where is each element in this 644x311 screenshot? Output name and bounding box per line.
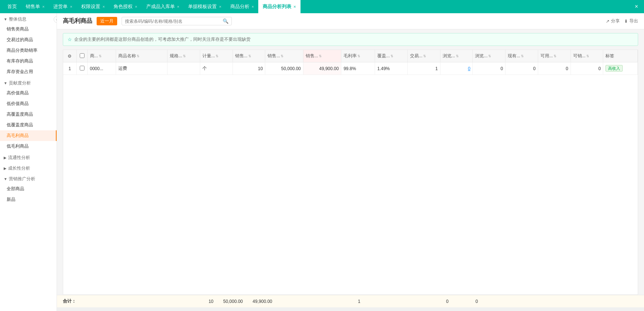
search-icon[interactable]: 🔍 xyxy=(223,18,229,24)
col-transaction[interactable]: 交易...⇅ xyxy=(407,50,440,62)
sidebar-item-sales-goods[interactable]: 销售类商品 xyxy=(0,24,57,35)
sidebar-group-circulation[interactable]: ▶ 流通性分析 xyxy=(0,152,57,162)
sidebar-group-marketing[interactable]: ▼ 营销推广分析 xyxy=(0,173,57,184)
sort-icon-transaction: ⇅ xyxy=(423,54,426,58)
col-sales-amount[interactable]: 销售...⇅ xyxy=(265,50,303,62)
nav-sales[interactable]: 销售单 × xyxy=(21,0,49,13)
growth-arrow-icon: ▶ xyxy=(4,166,7,170)
row-stock-available: 0 xyxy=(538,62,571,75)
export-button[interactable]: ⬇ 导出 xyxy=(624,18,638,24)
sidebar-item-category-rate[interactable]: 商品分类助销率 xyxy=(0,45,57,56)
row-gross-margin: 99.8% xyxy=(341,62,375,75)
horizontal-scrollbar[interactable] xyxy=(57,307,644,311)
sidebar-item-high-value[interactable]: 高价值商品 xyxy=(0,88,57,98)
nav-home[interactable]: 首页 xyxy=(3,0,21,13)
sidebar-item-low-margin[interactable]: 低毛利商品 xyxy=(0,141,57,152)
marketing-arrow-icon: ▼ xyxy=(4,177,7,181)
close-product-analysis-list-tab[interactable]: × xyxy=(294,4,296,9)
main-container: « ▼ 整体信息 销售类商品 交易过的商品 商品分类助销率 有库存的商品 库存资… xyxy=(0,13,644,311)
sidebar-item-low-coverage[interactable]: 低覆盖度商品 xyxy=(0,120,57,130)
sidebar-item-high-margin[interactable]: 高毛利商品 xyxy=(0,130,57,141)
footer-qty-val: 10 xyxy=(194,299,216,304)
data-table: ⚙ 商...⇅ 商品名称⇅ 规格...⇅ 计量...⇅ 销售...⇅ 销售...… xyxy=(63,50,638,75)
close-role-tab[interactable]: × xyxy=(135,4,137,9)
nav-purchase[interactable]: 进货单 × xyxy=(49,0,76,13)
search-box: 🔍 xyxy=(122,17,232,25)
share-icon: ↗ xyxy=(606,19,609,24)
share-button[interactable]: ↗ 分享 xyxy=(606,18,620,24)
table-header-row: ⚙ 商...⇅ 商品名称⇅ 规格...⇅ 计量...⇅ 销售...⇅ 销售...… xyxy=(63,50,638,62)
close-sales-tab[interactable]: × xyxy=(42,4,44,9)
footer-browse1-val xyxy=(363,299,392,304)
col-browse1[interactable]: 浏览...⇅ xyxy=(440,50,473,62)
select-all-checkbox[interactable] xyxy=(80,53,84,58)
col-spec[interactable]: 规格...⇅ xyxy=(168,50,200,62)
close-template-tab[interactable]: × xyxy=(219,4,221,9)
nav-template[interactable]: 单据模板设置 × xyxy=(184,0,226,13)
sidebar-item-all-goods[interactable]: 全部商品 xyxy=(0,184,57,194)
col-coverage[interactable]: 覆盖...⇅ xyxy=(375,50,408,62)
contribution-arrow-icon: ▼ xyxy=(4,81,7,85)
row-unit: 个 xyxy=(200,62,233,75)
row-browse1[interactable]: 0 xyxy=(440,62,473,75)
sidebar-item-traded-goods[interactable]: 交易过的商品 xyxy=(0,35,57,45)
sort-icon-spec: ⇅ xyxy=(183,54,186,58)
filter-button[interactable]: 近一月 xyxy=(97,17,117,25)
col-sales-profit[interactable]: 销售...⇅ xyxy=(303,50,341,62)
sidebar-item-low-value[interactable]: 低价值商品 xyxy=(0,98,57,109)
sidebar-group-growth[interactable]: ▶ 成长性分析 xyxy=(0,162,57,173)
nav-product-analysis[interactable]: 商品分析 × xyxy=(226,0,258,13)
nav-product-analysis-list[interactable]: 商品分析列表 × xyxy=(258,0,300,13)
col-name[interactable]: 商品名称⇅ xyxy=(116,50,167,62)
nav-permission[interactable]: 权限设置 × xyxy=(77,0,109,13)
col-code[interactable]: 商...⇅ xyxy=(87,50,116,62)
close-product-analysis-tab[interactable]: × xyxy=(252,4,254,9)
row-transaction: 1 xyxy=(407,62,440,75)
col-settings[interactable]: ⚙ xyxy=(63,50,76,62)
data-table-container[interactable]: ⚙ 商...⇅ 商品名称⇅ 规格...⇅ 计量...⇅ 销售...⇅ 销售...… xyxy=(63,50,638,295)
footer-label: 合计： xyxy=(63,298,76,304)
col-gross-margin[interactable]: 毛利率⇅ xyxy=(341,50,375,62)
sidebar-item-high-coverage[interactable]: 高覆盖度商品 xyxy=(0,109,57,120)
col-unit[interactable]: 计量...⇅ xyxy=(200,50,233,62)
nav-product-inbound[interactable]: 产成品入库单 × xyxy=(142,0,184,13)
header-actions: ↗ 分享 ⬇ 导出 xyxy=(606,18,638,24)
row-checkbox-cell[interactable] xyxy=(76,62,87,75)
col-checkbox[interactable] xyxy=(76,50,87,62)
sidebar-item-new-goods[interactable]: 新品 xyxy=(0,194,57,205)
info-banner: ☆ 企业的主要的利润都是这部分商品创造的，可考虑加大推广，同时关注库存是不要出现… xyxy=(63,33,638,46)
sidebar-group-overall[interactable]: ▼ 整体信息 xyxy=(0,13,57,24)
row-sales-profit: 49,900.00 xyxy=(303,62,341,75)
row-spec xyxy=(168,62,200,75)
sort-icon-sales-profit: ⇅ xyxy=(319,54,322,58)
close-permission-tab[interactable]: × xyxy=(102,4,105,9)
sidebar-item-instock-goods[interactable]: 有库存的商品 xyxy=(0,56,57,66)
top-navigation: 首页 销售单 × 进货单 × 权限设置 × 角色授权 × 产成品入库单 × 单据… xyxy=(0,0,644,13)
col-stock-saleable[interactable]: 可销...⇅ xyxy=(571,50,603,62)
nav-role[interactable]: 角色授权 × xyxy=(109,0,141,13)
page-title: 高毛利商品 xyxy=(63,17,92,25)
footer-stock-current-val: 0 xyxy=(421,299,451,304)
row-name: 运费 xyxy=(116,62,167,75)
sidebar-item-stock-capital[interactable]: 库存资金占用 xyxy=(0,66,57,77)
window-close-btn[interactable]: × xyxy=(632,3,641,10)
close-product-inbound-tab[interactable]: × xyxy=(177,4,179,9)
sort-icon-unit: ⇅ xyxy=(216,54,219,58)
row-checkbox[interactable] xyxy=(80,66,84,70)
overall-arrow-icon: ▼ xyxy=(4,17,7,21)
sidebar-group-contribution[interactable]: ▼ 贡献度分析 xyxy=(0,77,57,88)
col-sales-qty[interactable]: 销售...⇅ xyxy=(233,50,265,62)
footer-sales-qty xyxy=(83,299,194,304)
row-sales-qty: 10 xyxy=(233,62,265,75)
search-input[interactable] xyxy=(125,19,221,24)
sort-icon-sales-qty: ⇅ xyxy=(248,54,251,58)
sort-icon-stock-current: ⇅ xyxy=(521,54,524,58)
col-browse2[interactable]: 浏览...⇅ xyxy=(473,50,506,62)
col-tag[interactable]: 标签 xyxy=(603,50,638,62)
info-icon: ☆ xyxy=(68,37,72,42)
row-tag: 高收入 xyxy=(603,62,638,75)
close-purchase-tab[interactable]: × xyxy=(70,4,72,9)
sort-icon-stock-available: ⇅ xyxy=(554,54,557,58)
col-stock-current[interactable]: 现有...⇅ xyxy=(506,50,538,62)
col-stock-available[interactable]: 可用...⇅ xyxy=(538,50,571,62)
